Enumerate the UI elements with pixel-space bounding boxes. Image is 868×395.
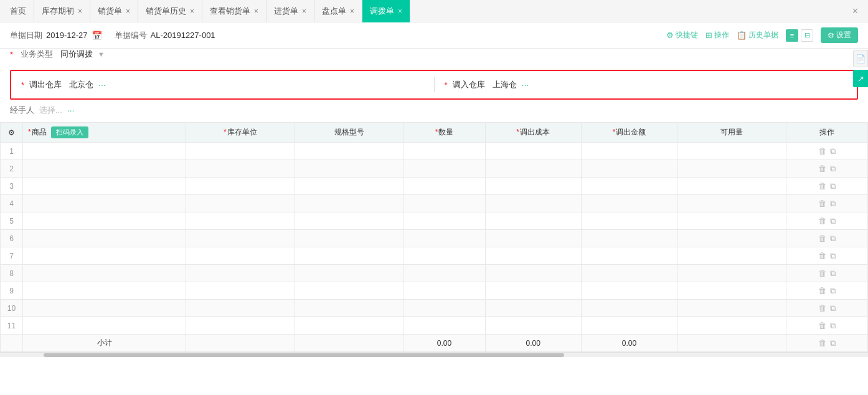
copy-row-button[interactable]: ⧉ <box>830 199 836 209</box>
delete-row-button[interactable]: 🗑 <box>818 303 826 313</box>
delete-row-button[interactable]: 🗑 <box>818 234 826 243</box>
row-spec-cell[interactable] <box>295 317 403 335</box>
tab-inventory-close[interactable]: × <box>350 7 354 16</box>
row-cost-cell[interactable] <box>485 282 581 300</box>
warehouse-out-more-button[interactable]: ··· <box>98 80 106 90</box>
row-available-cell[interactable] <box>677 178 786 195</box>
copy-row-button[interactable]: ⧉ <box>830 321 836 331</box>
row-available-cell[interactable] <box>677 143 786 160</box>
layout-list-icon[interactable]: ≡ <box>786 29 798 42</box>
delete-subtotal-button[interactable]: 🗑 <box>818 338 826 348</box>
row-qty-cell[interactable] <box>403 282 485 300</box>
row-cost-cell[interactable] <box>485 160 581 178</box>
copy-row-button[interactable]: ⧉ <box>830 303 836 313</box>
row-spec-cell[interactable] <box>295 230 403 247</box>
row-available-cell[interactable] <box>677 265 786 282</box>
row-goods-cell[interactable] <box>23 247 186 265</box>
delete-row-button[interactable]: 🗑 <box>818 146 826 156</box>
row-cost-cell[interactable] <box>485 300 581 317</box>
row-amount-cell[interactable] <box>581 247 677 265</box>
row-qty-cell[interactable] <box>403 160 485 178</box>
settings-button[interactable]: ⚙ 设置 <box>821 27 858 43</box>
row-qty-cell[interactable] <box>403 230 485 247</box>
row-cost-cell[interactable] <box>485 317 581 335</box>
row-unit-cell[interactable] <box>186 230 295 247</box>
copy-row-button[interactable]: ⧉ <box>830 251 836 261</box>
copy-row-button[interactable]: ⧉ <box>830 286 836 296</box>
copy-row-button[interactable]: ⧉ <box>830 234 836 244</box>
handler-select[interactable]: 选择... <box>39 105 62 116</box>
tab-inventory[interactable]: 盘点单 × <box>314 0 362 22</box>
copy-row-button[interactable]: ⧉ <box>830 146 836 156</box>
copy-subtotal-button[interactable]: ⧉ <box>830 338 836 348</box>
row-goods-cell[interactable] <box>23 300 186 317</box>
row-available-cell[interactable] <box>677 195 786 212</box>
copy-row-button[interactable]: ⧉ <box>830 216 836 226</box>
biz-type-select[interactable]: 同价调拨 ▼ <box>60 49 105 60</box>
delete-row-button[interactable]: 🗑 <box>818 199 826 208</box>
tab-view-sales[interactable]: 查看销货单 × <box>202 0 267 22</box>
row-unit-cell[interactable] <box>186 178 295 195</box>
row-qty-cell[interactable] <box>403 195 485 212</box>
tab-home[interactable]: 首页 <box>2 0 34 22</box>
history-button[interactable]: 📋 历史单据 <box>737 30 778 40</box>
tab-inventory-init[interactable]: 库存期初 × <box>34 0 90 22</box>
tab-inventory-init-close[interactable]: × <box>78 7 82 16</box>
row-spec-cell[interactable] <box>295 300 403 317</box>
row-unit-cell[interactable] <box>186 160 295 178</box>
row-amount-cell[interactable] <box>581 300 677 317</box>
row-available-cell[interactable] <box>677 282 786 300</box>
row-spec-cell[interactable] <box>295 195 403 212</box>
row-available-cell[interactable] <box>677 317 786 335</box>
row-amount-cell[interactable] <box>581 230 677 247</box>
copy-row-button[interactable]: ⧉ <box>830 164 836 174</box>
row-amount-cell[interactable] <box>581 143 677 160</box>
copy-row-button[interactable]: ⧉ <box>830 181 836 191</box>
row-unit-cell[interactable] <box>186 282 295 300</box>
dock-doc-button[interactable]: 📄 <box>853 50 868 67</box>
tab-sales-order[interactable]: 销货单 × <box>90 0 138 22</box>
layout-grid-icon[interactable]: ⊟ <box>801 29 813 42</box>
delete-row-button[interactable]: 🗑 <box>818 216 826 226</box>
row-qty-cell[interactable] <box>403 143 485 160</box>
row-spec-cell[interactable] <box>295 265 403 282</box>
dock-export-button[interactable]: ↗ <box>853 70 868 87</box>
row-cost-cell[interactable] <box>485 230 581 247</box>
delete-row-button[interactable]: 🗑 <box>818 164 826 173</box>
row-available-cell[interactable] <box>677 300 786 317</box>
row-unit-cell[interactable] <box>186 143 295 160</box>
row-goods-cell[interactable] <box>23 143 186 160</box>
row-cost-cell[interactable] <box>485 247 581 265</box>
tab-view-sales-close[interactable]: × <box>254 7 258 16</box>
row-unit-cell[interactable] <box>186 300 295 317</box>
row-unit-cell[interactable] <box>186 247 295 265</box>
row-spec-cell[interactable] <box>295 282 403 300</box>
row-amount-cell[interactable] <box>581 160 677 178</box>
row-qty-cell[interactable] <box>403 178 485 195</box>
row-goods-cell[interactable] <box>23 317 186 335</box>
warehouse-in-value[interactable]: 上海仓 <box>493 79 517 90</box>
row-available-cell[interactable] <box>677 160 786 178</box>
row-qty-cell[interactable] <box>403 247 485 265</box>
shortcut-button[interactable]: ⚙ 快捷键 <box>666 30 698 40</box>
delete-row-button[interactable]: 🗑 <box>818 251 826 260</box>
row-goods-cell[interactable] <box>23 160 186 178</box>
row-spec-cell[interactable] <box>295 212 403 230</box>
row-unit-cell[interactable] <box>186 195 295 212</box>
row-available-cell[interactable] <box>677 212 786 230</box>
row-goods-cell[interactable] <box>23 178 186 195</box>
row-available-cell[interactable] <box>677 247 786 265</box>
delete-row-button[interactable]: 🗑 <box>818 286 826 295</box>
row-qty-cell[interactable] <box>403 212 485 230</box>
warehouse-out-value[interactable]: 北京仓 <box>69 79 93 90</box>
calendar-icon[interactable]: 📅 <box>92 31 102 40</box>
row-amount-cell[interactable] <box>581 282 677 300</box>
handler-more-button[interactable]: ··· <box>67 105 75 115</box>
row-goods-cell[interactable] <box>23 230 186 247</box>
tab-purchase[interactable]: 进货单 × <box>267 0 314 22</box>
tab-purchase-close[interactable]: × <box>302 7 306 16</box>
row-goods-cell[interactable] <box>23 282 186 300</box>
row-unit-cell[interactable] <box>186 265 295 282</box>
row-spec-cell[interactable] <box>295 247 403 265</box>
row-cost-cell[interactable] <box>485 265 581 282</box>
